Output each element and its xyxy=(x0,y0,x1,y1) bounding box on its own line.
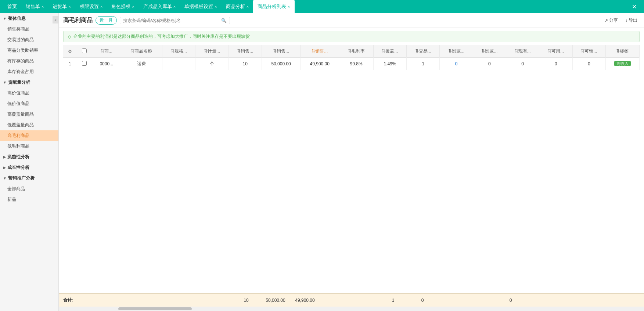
col-unit[interactable]: ⇅计量... xyxy=(195,45,229,58)
nav-purchase-order[interactable]: 进货单 × xyxy=(48,0,75,13)
info-message: 企业的主要的利润都是这部分商品创造的，可考虑加大推广，同时关注库存是不要出现缺货 xyxy=(73,33,250,40)
nav-product-analysis[interactable]: 商品分析 × xyxy=(222,0,253,13)
footer-bar: 合计: 10 50,000.00 49,900.00 1 0 0 xyxy=(59,293,644,307)
browse1-link[interactable]: 0 xyxy=(455,61,458,66)
cell-trade: 1 xyxy=(407,58,440,70)
sidebar-item-category-sales-rate[interactable]: 商品分类助销率 xyxy=(0,45,58,56)
sort-icon-tr: ⇅ xyxy=(415,48,419,54)
sidebar-item-stock-capital[interactable]: 库存资金占用 xyxy=(0,66,58,77)
sidebar-item-sales-goods[interactable]: 销售类商品 xyxy=(0,24,58,35)
footer-browse2 xyxy=(437,298,467,303)
sidebar-item-low-coverage[interactable]: 低覆盖量商品 xyxy=(0,120,58,130)
row-checkbox[interactable] xyxy=(82,61,87,66)
nav-close-analysis-list[interactable]: × xyxy=(288,0,290,13)
content-area: 高毛利商品 近一月 🔍 ↗ 分享 ↓ 导出 ◇ 企业的主要的利润都是这部分商品创… xyxy=(59,13,644,311)
sidebar: « ▼ 整体信息 销售类商品 交易过的商品 商品分类助销率 有库存的商品 库存资… xyxy=(0,13,59,311)
table-header-row: ⚙ ⇅商... ⇅商品名称 ⇅规格... ⇅计量... ⇅销售... ⇅销售..… xyxy=(63,45,640,58)
nav-close-analysis[interactable]: × xyxy=(247,0,249,13)
sidebar-section-contribution[interactable]: ▼ 贡献量分析 xyxy=(0,77,58,88)
footer-sellable xyxy=(525,298,555,303)
main-layout: « ▼ 整体信息 销售类商品 交易过的商品 商品分类助销率 有库存的商品 库存资… xyxy=(0,13,644,311)
nav-close-role[interactable]: × xyxy=(132,0,134,13)
footer-sales3: 49,900.00 xyxy=(290,298,320,303)
nav-analysis-list[interactable]: 商品分析列表 × xyxy=(253,0,294,13)
sidebar-item-low-margin[interactable]: 低毛利商品 xyxy=(0,141,58,152)
sidebar-section-flow[interactable]: ▶ 流趋性分析 xyxy=(0,152,58,162)
sidebar-item-low-value[interactable]: 低价值商品 xyxy=(0,98,58,109)
sort-icon-b1: ⇅ xyxy=(448,48,452,54)
col-current[interactable]: ⇅现有... xyxy=(506,45,539,58)
cell-gross-rate: 99.8% xyxy=(339,58,373,70)
col-browse2[interactable]: ⇅浏览... xyxy=(473,45,506,58)
sidebar-item-high-margin[interactable]: 高毛利商品 xyxy=(0,130,58,141)
cell-browse2: 0 xyxy=(473,58,506,70)
col-sales3[interactable]: ⇅销售... xyxy=(301,45,339,58)
footer-sales2: 50,000.00 xyxy=(261,298,290,303)
cell-name: 运费 xyxy=(121,58,162,70)
col-available[interactable]: ⇅可用... xyxy=(539,45,572,58)
sidebar-item-traded-goods[interactable]: 交易过的商品 xyxy=(0,35,58,45)
search-box: 🔍 xyxy=(120,17,230,24)
col-settings[interactable]: ⚙ xyxy=(63,45,77,58)
content-header: 高毛利商品 近一月 🔍 ↗ 分享 ↓ 导出 xyxy=(59,13,644,28)
nav-close-purchase[interactable]: × xyxy=(68,0,71,13)
sidebar-item-high-value[interactable]: 高价值商品 xyxy=(0,88,58,98)
col-name[interactable]: ⇅商品名称 xyxy=(121,45,162,58)
cell-checkbox[interactable] xyxy=(77,58,92,70)
scrollbar-thumb[interactable] xyxy=(118,307,192,310)
col-sales1[interactable]: ⇅销售... xyxy=(229,45,262,58)
cell-current: 0 xyxy=(506,58,539,70)
window-close-button[interactable]: ✕ xyxy=(627,3,641,10)
sidebar-collapse-button[interactable]: « xyxy=(53,16,58,23)
col-sellable[interactable]: ⇅可销... xyxy=(572,45,605,58)
col-gross-rate[interactable]: ⇅毛利率 xyxy=(339,45,373,58)
col-tag[interactable]: ⇅标签 xyxy=(605,45,639,58)
sidebar-item-in-stock-goods[interactable]: 有库存的商品 xyxy=(0,56,58,66)
horizontal-scrollbar[interactable] xyxy=(59,307,644,311)
nav-close-template[interactable]: × xyxy=(215,0,217,13)
share-button[interactable]: ↗ 分享 xyxy=(602,17,620,24)
filter-recent-month-button[interactable]: 近一月 xyxy=(96,16,117,25)
nav-template-settings[interactable]: 单据模板设置 × xyxy=(180,0,221,13)
sidebar-section-general-info[interactable]: ▼ 整体信息 xyxy=(0,13,58,24)
sort-icon-spec: ⇅ xyxy=(171,48,175,54)
nav-permission[interactable]: 权限设置 × xyxy=(75,0,107,13)
col-trade[interactable]: ⇅交易... xyxy=(407,45,440,58)
sidebar-section-marketing[interactable]: ▼ 营销推广分析 xyxy=(0,173,58,184)
sidebar-item-new-products[interactable]: 新品 xyxy=(0,194,58,205)
sort-icon-gr: ⇅ xyxy=(348,48,352,54)
tag-badge: 高收入 xyxy=(614,61,631,66)
export-button[interactable]: ↓ 导出 xyxy=(623,17,640,24)
cell-browse1[interactable]: 0 xyxy=(440,58,473,70)
nav-role-auth[interactable]: 角色授权 × xyxy=(107,0,138,13)
cell-sales3: 49,900.00 xyxy=(301,58,339,70)
cell-unit: 个 xyxy=(195,58,229,70)
nav-close-sales[interactable]: × xyxy=(42,0,44,13)
nav-home[interactable]: 首页 xyxy=(3,0,21,13)
nav-sales-order[interactable]: 销售单 × xyxy=(21,0,48,13)
info-icon: ◇ xyxy=(68,34,71,39)
nav-close-permission[interactable]: × xyxy=(100,0,102,13)
col-spec[interactable]: ⇅规格... xyxy=(162,45,195,58)
col-code[interactable]: ⇅商... xyxy=(92,45,121,58)
footer-coverage xyxy=(349,298,378,303)
search-input[interactable] xyxy=(123,18,221,23)
nav-product-storage[interactable]: 产成品入库单 × xyxy=(139,0,180,13)
col-browse1[interactable]: ⇅浏览... xyxy=(440,45,473,58)
cell-code: 0000... xyxy=(92,58,121,70)
search-icon[interactable]: 🔍 xyxy=(221,18,227,23)
section-arrow-marketing: ▼ xyxy=(3,176,7,180)
select-all-checkbox[interactable] xyxy=(82,48,87,53)
sidebar-item-all-goods[interactable]: 全部商品 xyxy=(0,184,58,194)
sort-icon-cur: ⇅ xyxy=(515,48,518,54)
footer-sales1: 10 xyxy=(231,298,261,303)
nav-close-product[interactable]: × xyxy=(173,0,176,13)
sidebar-section-growth[interactable]: ▶ 成长性分析 xyxy=(0,162,58,173)
col-checkbox[interactable] xyxy=(77,45,92,58)
col-sales2[interactable]: ⇅销售... xyxy=(262,45,301,58)
sidebar-item-high-coverage[interactable]: 高覆盖量商品 xyxy=(0,109,58,120)
cell-coverage: 1.49% xyxy=(373,58,406,70)
cell-spec xyxy=(162,58,195,70)
col-coverage[interactable]: ⇅覆盖... xyxy=(373,45,406,58)
footer-trade: 1 xyxy=(378,298,408,303)
